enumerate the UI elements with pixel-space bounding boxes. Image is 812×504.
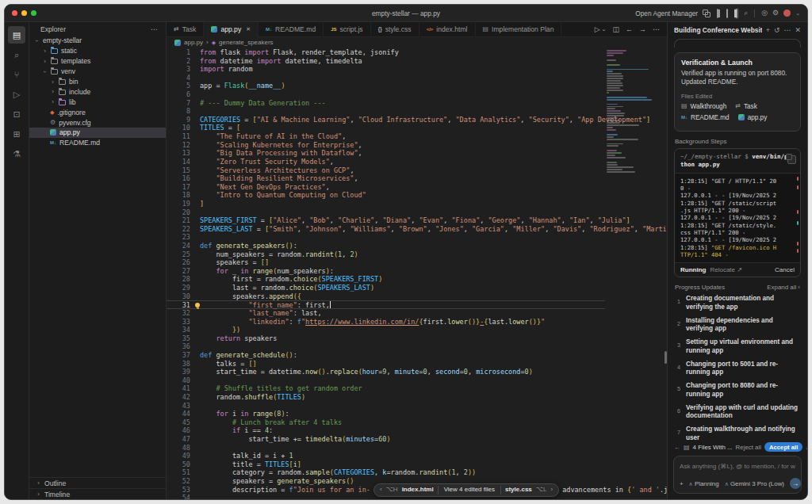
history-icon[interactable]: ↺: [774, 26, 780, 34]
model-selector[interactable]: ∧ Gemini 3 Pro (Low): [725, 480, 784, 487]
breadcrumb[interactable]: app.py › ◈ generate_speakers: [167, 37, 667, 48]
relocate-link[interactable]: Relocate ↗: [710, 266, 742, 273]
progress-item[interactable]: 7Creating walkthrough and notifying user: [674, 426, 801, 440]
panel-resize-handle[interactable]: [665, 351, 667, 364]
tree-item-bin[interactable]: ›bin: [29, 77, 166, 87]
files-changed-label[interactable]: 4 Files With ...: [693, 444, 733, 451]
reject-all-button[interactable]: Reject all: [736, 444, 761, 451]
toggle-right-panel-button[interactable]: [734, 8, 739, 19]
minimize-window-button[interactable]: [21, 10, 27, 16]
navigate-back-icon[interactable]: ←: [626, 25, 633, 33]
search-icon[interactable]: ⌕: [744, 10, 748, 17]
markdown-icon: M↓: [266, 27, 272, 32]
tree-item-README.md[interactable]: M↓README.md: [29, 138, 166, 148]
progress-item[interactable]: 3Setting up virtual environment and runn…: [674, 338, 801, 355]
chevron-down-icon[interactable]: ⌄: [795, 10, 800, 16]
terminal-card[interactable]: ~/_/empty-stellar $ venv/bin/python app.…: [674, 148, 801, 277]
browser-icon[interactable]: ◎: [761, 10, 768, 17]
verification-card: Verification & Launch Verified app is ru…: [674, 52, 801, 132]
chevron-left-icon[interactable]: ‹: [380, 486, 382, 494]
minimap-line: [607, 55, 614, 56]
navigate-forward-icon[interactable]: →: [639, 25, 646, 33]
minimap-line: [607, 145, 619, 147]
run-dropdown-icon[interactable]: ⌄: [602, 26, 607, 32]
tree-item-.gitignore[interactable]: ◆.gitignore: [29, 107, 166, 117]
chat-input-placeholder[interactable]: Ask anything (⌘L), @ to mention, / for w…: [680, 462, 795, 470]
edited-file-readme[interactable]: M↓README.md: [681, 114, 730, 121]
close-window-button[interactable]: [12, 10, 17, 16]
task-link[interactable]: ⇄Task: [735, 103, 757, 110]
tab-label: style.css: [385, 25, 412, 33]
walkthrough-link[interactable]: ▤Walkthrough: [681, 103, 726, 110]
tree-item-empty-stellar[interactable]: ›empty-stellar: [29, 36, 166, 46]
expand-all-button[interactable]: Expand all ‹: [767, 284, 800, 291]
accept-all-button[interactable]: Accept all: [764, 442, 802, 452]
progress-item[interactable]: 4Changing port to 5001 and re-running ap…: [674, 361, 801, 377]
file-icon: ▤: [483, 26, 489, 32]
agent-manager-icon[interactable]: [703, 10, 710, 17]
more-actions-icon[interactable]: ⋯: [151, 25, 158, 33]
run-python-file-icon[interactable]: ▷: [595, 25, 600, 33]
progress-item[interactable]: 6Verifying app with curl and updating do…: [674, 404, 801, 421]
toggle-bottom-panel-button[interactable]: [725, 8, 730, 19]
tab-Implementation Plan[interactable]: ▤Implementation Plan: [476, 22, 562, 36]
editor-code-area[interactable]: 1from flask import Flask, render_templat…: [167, 48, 667, 499]
tab-script.js[interactable]: JSscript.js: [324, 22, 370, 36]
code-line: 31 "first_name": first,: [167, 300, 605, 309]
more-actions-icon[interactable]: ⋯: [653, 25, 660, 33]
chevron-right-icon[interactable]: ›: [550, 486, 553, 494]
tab-Task[interactable]: ⇄Task: [167, 22, 204, 36]
more-actions-icon[interactable]: ⋯: [783, 26, 791, 34]
tab-README.md[interactable]: M↓README.md: [259, 22, 324, 36]
progress-item[interactable]: 5Changing port to 8080 and re-running ap…: [674, 382, 801, 399]
progress-item[interactable]: 1Creating documentation and verifying th…: [674, 295, 801, 311]
activity-item-source-control[interactable]: ⑂: [8, 66, 25, 83]
copy-icon[interactable]: [787, 155, 796, 164]
tree-item-app.py[interactable]: app.py: [29, 128, 166, 138]
chevron-up-icon[interactable]: ∧: [806, 444, 808, 451]
tree-item-lib[interactable]: ›lib: [29, 97, 166, 107]
timeline-section[interactable]: ›Timeline: [29, 488, 166, 499]
mode-selector[interactable]: ∧ Planning: [689, 480, 719, 487]
account-avatar[interactable]: [783, 10, 791, 17]
split-editor-icon[interactable]: ◫: [612, 25, 619, 33]
code-line: 14 "Zero Trust Security Models",: [167, 158, 605, 166]
close-icon[interactable]: ✕: [795, 26, 801, 34]
outline-section[interactable]: ›Outline: [29, 477, 166, 488]
terminal-log-line: 127.0.0.1 - - [19/Nov/2025 2: [680, 214, 794, 221]
tree-item-pyvenv.cfg[interactable]: ⚙pyvenv.cfg: [29, 117, 166, 128]
add-context-button[interactable]: +: [680, 480, 684, 487]
open-agent-manager-button[interactable]: Open Agent Manager: [635, 10, 698, 17]
tree-item-templates[interactable]: ›templates: [29, 56, 166, 67]
tree-item-static[interactable]: ›static: [29, 46, 166, 56]
tab-style.css[interactable]: {}style.css: [371, 22, 419, 36]
activity-item-explorer[interactable]: ▤: [8, 26, 25, 44]
tab-app.py[interactable]: app.py✕: [204, 22, 259, 37]
new-chat-icon[interactable]: +: [766, 26, 770, 34]
line-number: 48: [167, 444, 200, 452]
send-button[interactable]: →: [790, 478, 801, 489]
activity-item-remote-explorer[interactable]: ⊡: [8, 105, 25, 123]
progress-item[interactable]: 2Installing dependencies and verifying a…: [674, 317, 801, 334]
activity-item-run-debug[interactable]: ▷: [8, 86, 25, 103]
view-edited-files-button[interactable]: View 4 edited files: [438, 486, 501, 494]
next-file-button[interactable]: style.css: [505, 486, 532, 494]
code-line: 44 for i in range(8):: [167, 410, 605, 418]
settings-gear-icon[interactable]: ⚙: [772, 10, 779, 17]
arrow-left-icon[interactable]: ←: [674, 444, 680, 451]
zoom-window-button[interactable]: [31, 10, 36, 16]
activity-item-extensions[interactable]: ⊞: [8, 125, 25, 143]
agent-panel-scroll[interactable]: Verification & Launch Verified app is ru…: [668, 37, 807, 440]
chat-composer[interactable]: Ask anything (⌘L), @ to mention, / for w…: [673, 456, 802, 494]
close-tab-icon[interactable]: ✕: [246, 26, 251, 32]
tab-index.html[interactable]: </>index.html: [419, 22, 476, 36]
cancel-button[interactable]: Cancel: [775, 266, 795, 273]
activity-item-testing[interactable]: ⚗: [8, 145, 25, 162]
prev-file-button[interactable]: index.html: [402, 486, 434, 494]
tree-item-include[interactable]: ›include: [29, 86, 166, 97]
edited-file-app-py[interactable]: app.py: [738, 114, 768, 121]
tree-item-venv[interactable]: ›venv: [29, 67, 166, 77]
activity-item-search[interactable]: ⌕: [8, 46, 25, 63]
minimap-line: [607, 143, 623, 145]
toggle-left-panel-button[interactable]: [715, 8, 720, 19]
